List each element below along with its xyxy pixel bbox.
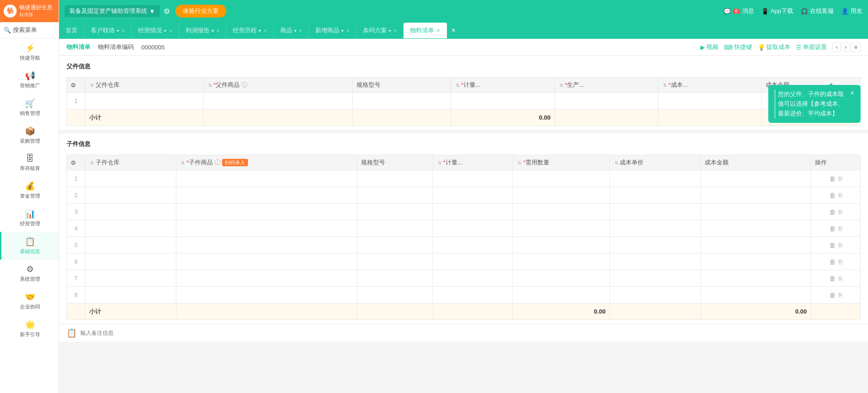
child-unit-cell[interactable] — [433, 187, 513, 204]
child-warehouse-cell[interactable] — [85, 187, 176, 204]
child-unit-cell[interactable] — [433, 237, 513, 254]
tab-operations[interactable]: 经营情况 ▾ × — [132, 23, 179, 38]
copy-icon[interactable]: ⎘ — [838, 275, 842, 282]
app-download-button[interactable]: 📱 App下载 — [761, 7, 793, 15]
tab-close[interactable]: × — [217, 28, 219, 33]
parent-cost-cell[interactable] — [658, 93, 761, 109]
child-product-cell[interactable] — [176, 287, 357, 303]
child-unit-cost-cell[interactable] — [609, 220, 700, 237]
parent-col-settings[interactable]: ⚙ — [67, 78, 85, 93]
trial-button[interactable]: 体验行业方案 — [175, 5, 226, 18]
delete-icon[interactable]: 🗑 — [829, 275, 836, 282]
tab-close[interactable]: × — [264, 28, 266, 33]
child-spec-cell[interactable] — [357, 254, 433, 270]
sidebar-item-enterprise[interactable]: 🤝 企业协同 — [0, 287, 59, 315]
child-spec-cell[interactable] — [357, 204, 433, 220]
scan-badge[interactable]: 扫码录入 — [222, 159, 248, 166]
child-spec-cell[interactable] — [357, 270, 433, 287]
parent-unit-cell[interactable] — [451, 93, 555, 109]
child-unit-cost-cell[interactable] — [609, 237, 700, 254]
child-product-cell[interactable] — [176, 220, 357, 237]
child-unit-cost-cell[interactable] — [609, 170, 700, 187]
child-quantity-cell[interactable] — [513, 254, 609, 270]
extract-cost-action[interactable]: 💡 提取成本 — [758, 43, 790, 51]
tab-bom[interactable]: 物料清单 × — [404, 23, 446, 38]
child-unit-cell[interactable] — [433, 170, 513, 187]
tab-profit[interactable]: 利润报告 ▾ × — [179, 23, 226, 38]
child-unit-cell[interactable] — [433, 270, 513, 287]
copy-icon[interactable]: ⎘ — [838, 242, 842, 249]
child-unit-cell[interactable] — [433, 220, 513, 237]
tab-close-active[interactable]: × — [437, 28, 440, 33]
child-unit-cell[interactable] — [433, 254, 513, 270]
child-unit-cost-cell[interactable] — [609, 270, 700, 287]
child-product-cell[interactable] — [176, 254, 357, 270]
shortcut-action[interactable]: ⌨ 快捷键 — [724, 43, 752, 51]
copy-icon[interactable]: ⎘ — [838, 175, 842, 182]
copy-icon[interactable]: ⎘ — [838, 225, 842, 232]
child-quantity-cell[interactable] — [513, 204, 609, 220]
online-support-button[interactable]: 🎧 在线客服 — [801, 7, 834, 15]
single-settings-action[interactable]: ☰ 单据设置 — [796, 43, 827, 51]
copy-icon[interactable]: ⎘ — [838, 291, 842, 299]
child-warehouse-cell[interactable] — [85, 220, 176, 237]
child-quantity-cell[interactable] — [513, 287, 609, 303]
child-unit-cell[interactable] — [433, 287, 513, 303]
child-warehouse-cell[interactable] — [85, 254, 176, 270]
delete-icon[interactable]: 🗑 — [829, 175, 836, 182]
gear-button[interactable]: ⚙ — [163, 7, 170, 16]
child-product-cell[interactable] — [176, 187, 357, 204]
child-unit-cost-cell[interactable] — [609, 287, 700, 303]
tab-close[interactable]: × — [346, 28, 349, 33]
child-product-cell[interactable] — [176, 270, 357, 287]
remark-input[interactable] — [80, 330, 861, 336]
delete-icon[interactable]: 🗑 — [829, 291, 836, 299]
prev-btn[interactable]: ‹ — [832, 42, 841, 52]
child-warehouse-cell[interactable] — [85, 287, 176, 303]
child-quantity-cell[interactable] — [513, 220, 609, 237]
sidebar-item-basic-info[interactable]: 📋 基础信息 — [0, 232, 59, 260]
tab-barcode[interactable]: 条码方案 ▾ × — [356, 23, 404, 38]
sidebar-item-operations[interactable]: 📊 经营管理 — [0, 204, 59, 232]
parent-warehouse-cell[interactable] — [85, 93, 204, 109]
child-col-settings[interactable]: ⚙ — [67, 155, 85, 170]
copy-icon[interactable]: ⎘ — [838, 208, 842, 216]
sidebar-item-system[interactable]: ⚙ 系统管理 — [0, 260, 59, 287]
user-menu[interactable]: 👤 用友 — [841, 7, 862, 15]
delete-icon[interactable]: 🗑 — [829, 192, 836, 199]
child-spec-cell[interactable] — [357, 237, 433, 254]
tab-close[interactable]: × — [299, 28, 302, 33]
message-button[interactable]: 💬 6 消息 — [723, 7, 754, 15]
delete-icon[interactable]: 🗑 — [829, 258, 836, 266]
sidebar-item-finance[interactable]: 💰 资金管理 — [0, 176, 59, 204]
parent-spec-cell[interactable] — [352, 93, 451, 109]
copy-icon[interactable]: ⎘ — [838, 192, 842, 199]
sidebar-search[interactable]: 🔍 搜索菜单 — [0, 22, 59, 38]
sidebar-item-guide[interactable]: 🌟 新手引导 — [0, 315, 59, 343]
child-quantity-cell[interactable] — [513, 170, 609, 187]
child-product-cell[interactable] — [176, 170, 357, 187]
child-unit-cost-cell[interactable] — [609, 254, 700, 270]
sidebar-item-purchase[interactable]: 📦 采购管理 — [0, 121, 59, 149]
tab-close[interactable]: × — [122, 28, 125, 33]
list-btn[interactable]: ≡ — [851, 42, 861, 52]
sidebar-item-quick-nav[interactable]: ⚡ 快捷导航 — [0, 38, 59, 66]
tab-home[interactable]: 首页 — [59, 23, 84, 38]
child-quantity-cell[interactable] — [513, 237, 609, 254]
sidebar-item-inventory[interactable]: 🗄 库存核算 — [0, 149, 59, 176]
tooltip-close-button[interactable]: × — [850, 90, 854, 96]
child-warehouse-cell[interactable] — [85, 237, 176, 254]
child-warehouse-cell[interactable] — [85, 204, 176, 220]
parent-product-cell[interactable] — [203, 93, 352, 109]
system-selector[interactable]: 装备及固定资产辅助管理系统 ▼ — [65, 5, 160, 17]
sidebar-item-sales[interactable]: 🛒 销售管理 — [0, 94, 59, 121]
child-spec-cell[interactable] — [357, 287, 433, 303]
tab-goods[interactable]: 商品 ▾ × — [274, 23, 309, 38]
tab-customer[interactable]: 客户联络 ▾ × — [84, 23, 132, 38]
tab-new-goods[interactable]: 新增商品 ▾ × — [309, 23, 356, 38]
tab-close[interactable]: × — [394, 28, 397, 33]
copy-icon[interactable]: ⎘ — [838, 258, 842, 266]
child-product-cell[interactable] — [176, 237, 357, 254]
close-all-tabs[interactable]: × — [447, 26, 460, 35]
child-quantity-cell[interactable] — [513, 187, 609, 204]
